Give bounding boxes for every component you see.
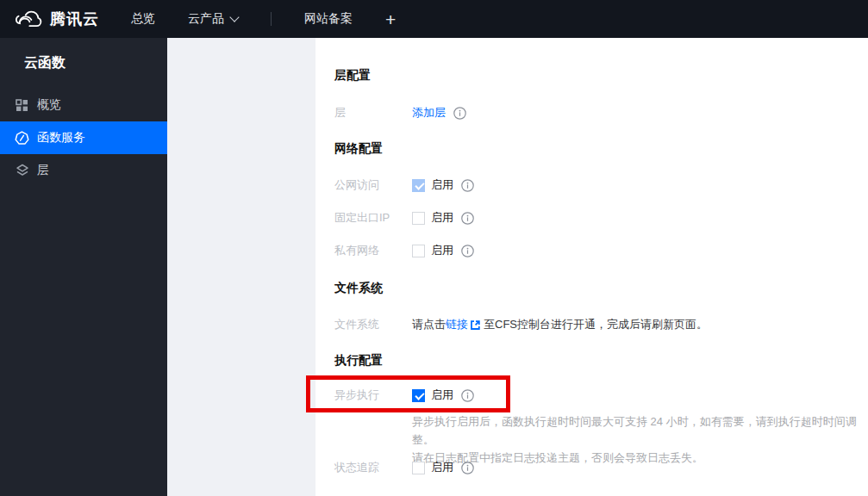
sidebar-title: 云函数 — [0, 38, 167, 84]
sidebar-item-label: 概览 — [37, 97, 61, 113]
info-icon[interactable] — [461, 179, 474, 192]
info-icon[interactable] — [461, 245, 474, 257]
field-label-vpc: 私有网络 — [334, 243, 412, 258]
topnav: 总览 云产品 网站备案 + — [131, 10, 396, 28]
function-config-panel: 层配置 层 添加层 网络配置 公网访问 启用 — [315, 38, 868, 496]
helper-line: 异步执行启用后，函数执行超时时间最大可支持 24 小时，如有需要，请到执行超时时… — [412, 412, 860, 449]
field-label-async-execution: 异步执行 — [334, 388, 412, 403]
field-label-layer: 层 — [334, 105, 412, 121]
layer-row: 层 添加层 — [334, 103, 466, 122]
field-label-status-trace: 状态追踪 — [334, 460, 412, 475]
topbar: 腾讯云 总览 云产品 网站备案 + — [0, 0, 868, 38]
add-tab-button[interactable]: + — [385, 10, 396, 28]
layers-icon — [15, 164, 29, 178]
file-system-help-text: 请点击链接 至CFS控制台进行开通，完成后请刷新页面。 — [412, 317, 708, 332]
grid-icon — [15, 98, 29, 113]
sidebar-item-layers[interactable]: 层 — [0, 154, 167, 187]
brand[interactable]: 腾讯云 — [15, 9, 99, 29]
enable-label: 启用 — [431, 460, 453, 475]
fixed-ip-row: 固定出口IP 启用 — [334, 208, 474, 227]
sidebar: 云函数 概览 函数服务 — [0, 38, 167, 496]
info-icon[interactable] — [461, 389, 474, 402]
add-layer-link[interactable]: 添加层 — [412, 105, 446, 121]
field-label-fixed-ip: 固定出口IP — [334, 210, 412, 226]
vpc-checkbox[interactable] — [412, 245, 425, 257]
sidebar-item-label: 函数服务 — [37, 130, 85, 146]
helper-line: 请在日志配置中指定日志投递主题，否则会导致日志丢失。 — [412, 449, 860, 467]
nav-cloud-products[interactable]: 云产品 — [188, 11, 238, 27]
chevron-down-icon — [229, 12, 239, 22]
fs-text-after: 至CFS控制台进行开通，完成后请刷新页面。 — [484, 317, 708, 332]
async-execution-helper-text: 异步执行启用后，函数执行超时时间最大可支持 24 小时，如有需要，请到执行超时时… — [412, 412, 860, 467]
status-trace-row: 状态追踪 启用 — [334, 458, 474, 477]
section-title-execution-config: 执行配置 — [334, 353, 383, 369]
vpc-row: 私有网络 启用 — [334, 241, 474, 260]
async-execution-checkbox[interactable] — [412, 389, 425, 402]
function-icon — [15, 131, 29, 146]
enable-label: 启用 — [431, 388, 453, 403]
enable-label: 启用 — [431, 243, 453, 258]
section-title-layer-config: 层配置 — [334, 68, 371, 84]
brand-name: 腾讯云 — [50, 9, 99, 29]
info-icon[interactable] — [461, 212, 474, 225]
nav-icp-filing[interactable]: 网站备案 — [304, 11, 353, 27]
nav-divider — [271, 12, 272, 26]
enable-label: 启用 — [431, 177, 453, 193]
fs-text-before: 请点击 — [412, 317, 446, 332]
section-title-network-config: 网络配置 — [334, 141, 383, 157]
async-execution-row: 异步执行 启用 — [334, 386, 474, 405]
public-network-checkbox[interactable] — [412, 179, 425, 192]
sidebar-item-overview[interactable]: 概览 — [0, 89, 167, 121]
sidebar-item-function-service[interactable]: 函数服务 — [0, 121, 167, 154]
field-label-file-system: 文件系统 — [334, 317, 412, 332]
tencent-cloud-logo-icon — [15, 9, 42, 29]
file-system-row: 文件系统 请点击链接 至CFS控制台进行开通，完成后请刷新页面。 — [334, 315, 708, 334]
public-network-row: 公网访问 启用 — [334, 176, 474, 195]
external-link-icon[interactable] — [470, 319, 481, 331]
info-icon[interactable] — [453, 107, 466, 120]
field-label-public-network: 公网访问 — [334, 177, 412, 193]
sidebar-item-label: 层 — [37, 163, 49, 178]
collapsed-panel — [167, 38, 315, 496]
info-icon[interactable] — [461, 462, 474, 474]
enable-label: 启用 — [431, 210, 453, 226]
nav-cloud-products-label: 云产品 — [188, 11, 224, 27]
fixed-ip-checkbox[interactable] — [412, 212, 425, 225]
status-trace-checkbox[interactable] — [412, 462, 425, 474]
sidebar-menu: 概览 函数服务 层 — [0, 89, 167, 187]
nav-overview[interactable]: 总览 — [131, 11, 155, 27]
cfs-link[interactable]: 链接 — [446, 317, 468, 332]
section-title-file-system: 文件系统 — [334, 281, 383, 296]
